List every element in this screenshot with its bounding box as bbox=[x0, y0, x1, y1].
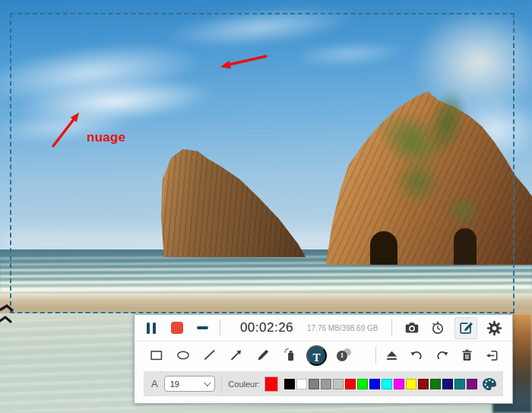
annotation-text: nuage bbox=[87, 130, 126, 145]
color-swatch[interactable] bbox=[321, 379, 331, 389]
exit-icon bbox=[484, 348, 500, 364]
recording-region-border[interactable] bbox=[10, 13, 515, 313]
divider bbox=[391, 319, 392, 336]
color-label: Couleur: bbox=[228, 380, 260, 389]
color-swatch[interactable] bbox=[284, 379, 295, 389]
step-number-tool-button[interactable]: 1 bbox=[334, 345, 353, 365]
font-letter-label: A bbox=[151, 378, 158, 389]
eraser-button[interactable] bbox=[382, 345, 401, 365]
color-swatch[interactable] bbox=[406, 379, 416, 389]
more-colors-button[interactable] bbox=[480, 374, 499, 394]
color-swatch-strip bbox=[284, 379, 477, 389]
divider bbox=[375, 347, 376, 364]
draw-tools-row: T 1 bbox=[135, 342, 512, 369]
recording-timer: 00:02:26 bbox=[240, 320, 293, 335]
color-swatch[interactable] bbox=[309, 379, 319, 389]
ellipse-tool-button[interactable] bbox=[173, 345, 193, 365]
camera-icon bbox=[404, 319, 420, 336]
color-swatch[interactable] bbox=[454, 379, 465, 389]
color-swatch[interactable] bbox=[382, 379, 392, 389]
delete-annotations-button[interactable] bbox=[457, 345, 477, 365]
clock-icon bbox=[429, 319, 446, 336]
palette-icon bbox=[480, 375, 499, 393]
line-tool-button[interactable] bbox=[200, 345, 220, 365]
redo-icon bbox=[434, 348, 450, 364]
airbrush-tool-button[interactable] bbox=[280, 345, 299, 365]
color-swatch[interactable] bbox=[442, 379, 453, 389]
snapshot-button[interactable] bbox=[403, 318, 421, 338]
recorder-control-row: 00:02:26 17.76 MB/398.69 GB bbox=[135, 315, 512, 341]
text-tool-glyph: T bbox=[312, 351, 320, 364]
birds-icon bbox=[0, 301, 17, 330]
rectangle-tool-button[interactable] bbox=[147, 345, 166, 365]
color-swatch[interactable] bbox=[369, 379, 380, 389]
recorder-toolbar-panel: 00:02:26 17.76 MB/398.69 GB bbox=[134, 314, 513, 404]
gear-icon bbox=[486, 319, 503, 337]
color-swatch[interactable] bbox=[345, 379, 356, 389]
chevron-down-icon bbox=[204, 379, 211, 386]
color-swatch[interactable] bbox=[333, 379, 344, 389]
rectangle-icon bbox=[148, 347, 165, 364]
ellipse-icon bbox=[175, 347, 192, 364]
line-icon bbox=[201, 347, 218, 364]
record-length-button[interactable] bbox=[429, 318, 447, 338]
color-swatch[interactable] bbox=[394, 379, 404, 389]
storage-indicator: 17.76 MB/398.69 GB bbox=[307, 324, 378, 332]
text-options-row: A 19 Couleur: bbox=[144, 371, 503, 396]
redo-button[interactable] bbox=[432, 345, 451, 365]
pen-icon bbox=[255, 347, 271, 364]
minimize-button[interactable] bbox=[194, 318, 212, 338]
arrow-icon bbox=[228, 347, 245, 364]
exit-edit-button[interactable] bbox=[482, 345, 502, 365]
text-tool-button[interactable]: T bbox=[306, 345, 327, 366]
arrow-tool-button[interactable] bbox=[226, 345, 246, 365]
color-swatch[interactable] bbox=[430, 379, 441, 389]
stop-icon bbox=[171, 322, 183, 334]
undo-icon bbox=[409, 348, 425, 364]
step-number-icon: 1 bbox=[334, 346, 353, 364]
color-swatch[interactable] bbox=[467, 379, 477, 389]
pause-button[interactable] bbox=[142, 318, 160, 338]
edit-pencil-icon bbox=[458, 319, 474, 336]
font-size-value: 19 bbox=[170, 380, 179, 389]
screen-recorder-overlay: nuage 00:02:26 17.76 MB/398.69 GB bbox=[0, 0, 532, 413]
trash-icon bbox=[459, 348, 475, 364]
eraser-icon bbox=[384, 348, 400, 364]
pause-icon bbox=[147, 322, 156, 334]
current-color-swatch[interactable] bbox=[264, 376, 278, 392]
color-swatch[interactable] bbox=[357, 379, 368, 389]
airbrush-icon bbox=[281, 347, 298, 364]
minus-icon bbox=[197, 326, 208, 329]
color-swatch[interactable] bbox=[418, 379, 429, 389]
font-size-dropdown[interactable]: 19 bbox=[164, 376, 216, 392]
divider bbox=[220, 319, 220, 336]
pen-tool-button[interactable] bbox=[253, 345, 273, 365]
settings-button[interactable] bbox=[485, 318, 503, 338]
stop-record-button[interactable] bbox=[168, 318, 186, 338]
divider bbox=[221, 376, 222, 392]
edit-annotate-button[interactable] bbox=[454, 317, 477, 339]
color-swatch[interactable] bbox=[296, 379, 307, 389]
undo-button[interactable] bbox=[407, 345, 426, 365]
